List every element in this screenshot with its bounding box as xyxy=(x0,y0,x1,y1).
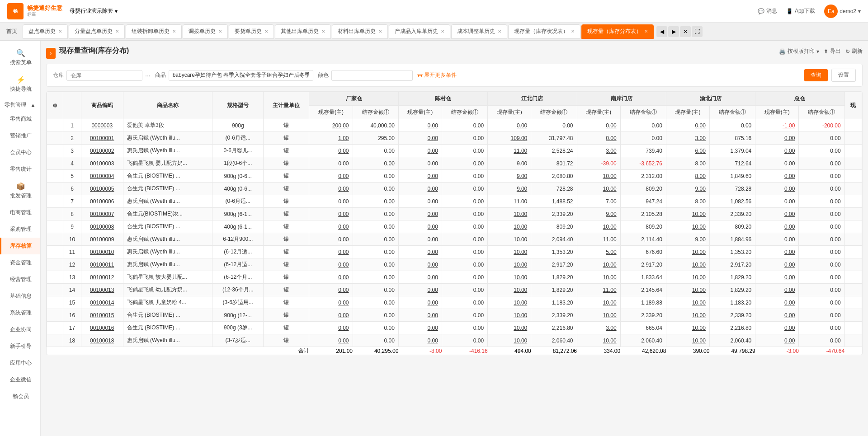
close-icon[interactable]: ✕ xyxy=(378,29,382,34)
row-cc-qty[interactable]: 0.00 xyxy=(398,195,442,208)
row-na-qty[interactable]: 10.00 xyxy=(577,271,620,284)
tab-nav-right[interactable]: ▶ xyxy=(668,26,679,37)
sidebar-item-inventory[interactable]: 库存核算 xyxy=(0,238,40,254)
row-na-qty[interactable]: 10.00 xyxy=(577,309,620,322)
query-btn[interactable]: 查询 xyxy=(804,69,828,81)
row-jb-qty[interactable]: 11.00 xyxy=(488,145,531,157)
row-zc-qty[interactable]: 0.00 xyxy=(755,170,799,183)
sidebar-item-system[interactable]: 系统管理 xyxy=(0,305,40,321)
row-cc-qty[interactable]: 0.00 xyxy=(398,145,442,157)
row-cf-qty[interactable]: 0.00 xyxy=(309,271,353,284)
row-zc-qty[interactable]: 0.00 xyxy=(755,132,799,145)
close-icon[interactable]: ✕ xyxy=(571,29,575,34)
row-cc-qty[interactable]: 0.00 xyxy=(398,132,442,145)
row-cc-qty[interactable]: 0.00 xyxy=(398,119,442,132)
row-yb-qty[interactable]: 10.00 xyxy=(666,271,709,284)
tab-yaohuo[interactable]: 要货单历史 ✕ xyxy=(229,24,274,39)
row-cc-qty[interactable]: 0.00 xyxy=(398,183,442,195)
sidebar-item-operation[interactable]: 经营管理 xyxy=(0,271,40,288)
close-icon[interactable]: ✕ xyxy=(441,29,444,34)
row-jb-qty[interactable]: 10.00 xyxy=(488,322,531,334)
expand-conditions-btn[interactable]: ▾▾ 展开更多条件 xyxy=(417,71,457,79)
row-yb-qty[interactable]: 8.00 xyxy=(666,157,709,170)
sidebar-item-marketing[interactable]: 营销推广 xyxy=(0,127,40,144)
row-cf-qty[interactable]: 0.00 xyxy=(309,258,353,271)
row-yb-qty[interactable]: 10.00 xyxy=(666,309,709,322)
row-zc-qty[interactable]: 0.00 xyxy=(755,334,799,347)
row-cc-qty[interactable]: 0.00 xyxy=(398,220,442,233)
row-jb-qty[interactable]: 10.00 xyxy=(488,208,531,220)
row-cf-qty[interactable]: 0.00 xyxy=(309,208,353,220)
export-btn[interactable]: ⬆ 导出 xyxy=(824,47,841,55)
row-code[interactable]: 00100008 xyxy=(81,220,123,233)
row-zc-qty[interactable]: 0.00 xyxy=(755,322,799,334)
tab-kucunfb[interactable]: 现存量（库存分布表） ✕ xyxy=(581,24,654,39)
row-code[interactable]: 00100016 xyxy=(81,322,123,334)
row-jb-qty[interactable]: 9.00 xyxy=(488,183,531,195)
tab-home[interactable]: 首页 xyxy=(2,28,22,35)
row-cf-qty[interactable]: 0.00 xyxy=(309,322,353,334)
breadcrumb-back-btn[interactable]: › xyxy=(46,48,56,59)
row-jb-qty[interactable]: 0.00 xyxy=(488,119,531,132)
row-zc-qty[interactable]: 0.00 xyxy=(755,271,799,284)
row-zc-qty[interactable]: 0.00 xyxy=(755,157,799,170)
tab-fenliang[interactable]: 分量盘点单历史 ✕ xyxy=(69,24,125,39)
close-icon[interactable]: ✕ xyxy=(321,29,325,34)
row-cf-qty[interactable]: 0.00 xyxy=(309,170,353,183)
row-cc-qty[interactable]: 0.00 xyxy=(398,309,442,322)
batch-print-btn[interactable]: 🖨️ 按模版打印 ▾ xyxy=(779,47,819,55)
sidebar-item-retailstat[interactable]: 零售统计 xyxy=(0,161,40,178)
row-yb-qty[interactable]: 10.00 xyxy=(666,208,709,220)
row-yb-qty[interactable]: 9.00 xyxy=(666,183,709,195)
row-yb-qty[interactable]: 9.00 xyxy=(666,233,709,246)
row-yb-qty[interactable]: 8.00 xyxy=(666,195,709,208)
row-na-qty[interactable]: 10.00 xyxy=(577,258,620,271)
row-zc-qty[interactable]: 0.00 xyxy=(755,183,799,195)
row-na-qty[interactable]: 10.00 xyxy=(577,334,620,347)
settings-col-header[interactable]: ⚙ xyxy=(47,92,63,119)
sidebar-item-finance[interactable]: 资金管理 xyxy=(0,254,40,271)
close-icon[interactable]: ✕ xyxy=(644,29,648,34)
row-cf-qty[interactable]: 0.00 xyxy=(309,220,353,233)
row-zc-qty[interactable]: 0.00 xyxy=(755,296,799,309)
row-cf-qty[interactable]: 1.00 xyxy=(309,132,353,145)
row-cc-qty[interactable]: 0.00 xyxy=(398,271,442,284)
row-zc-qty[interactable]: 0.00 xyxy=(755,195,799,208)
close-icon[interactable]: ✕ xyxy=(498,29,501,34)
row-na-qty[interactable]: 10.00 xyxy=(577,183,620,195)
row-jb-qty[interactable]: 10.00 xyxy=(488,220,531,233)
row-yb-qty[interactable]: 10.00 xyxy=(666,322,709,334)
row-cf-qty[interactable]: 0.00 xyxy=(309,233,353,246)
row-code[interactable]: 00100011 xyxy=(81,258,123,271)
sidebar-item-member2[interactable]: 畅会员 xyxy=(0,388,40,405)
user-menu[interactable]: Ea demo2 ▾ xyxy=(824,5,861,18)
row-code[interactable]: 00100018 xyxy=(81,334,123,347)
row-na-qty[interactable]: 7.00 xyxy=(577,195,620,208)
close-icon[interactable]: ✕ xyxy=(264,29,268,34)
warehouse-input[interactable] xyxy=(66,70,142,81)
tab-nav-left[interactable]: ◀ xyxy=(656,26,667,37)
row-jb-qty[interactable]: 10.00 xyxy=(488,284,531,296)
row-cf-qty[interactable]: 0.00 xyxy=(309,284,353,296)
row-zc-qty[interactable]: 0.00 xyxy=(755,233,799,246)
row-code[interactable]: 00100001 xyxy=(81,132,123,145)
row-jb-qty[interactable]: 10.00 xyxy=(488,233,531,246)
refresh-btn[interactable]: ↻ 刷新 xyxy=(845,47,863,55)
tab-diaobo[interactable]: 调拨单历史 ✕ xyxy=(183,24,228,39)
message-btn[interactable]: 💬 消息 xyxy=(758,7,777,15)
row-yb-qty[interactable]: 10.00 xyxy=(666,246,709,258)
sidebar-item-appcenter[interactable]: 应用中心 xyxy=(0,355,40,371)
row-na-qty[interactable]: 10.00 xyxy=(577,220,620,233)
row-code[interactable]: 00100004 xyxy=(81,170,123,183)
row-na-qty[interactable]: 11.00 xyxy=(577,284,620,296)
row-code[interactable]: 00100015 xyxy=(81,309,123,322)
sidebar-item-retailshop[interactable]: 零售商城 xyxy=(0,111,40,127)
row-zc-qty[interactable]: 0.00 xyxy=(755,246,799,258)
row-cc-qty[interactable]: 0.00 xyxy=(398,246,442,258)
row-cc-qty[interactable]: 0.00 xyxy=(398,157,442,170)
row-cf-qty[interactable]: 0.00 xyxy=(309,157,353,170)
row-yb-qty[interactable]: 3.00 xyxy=(666,132,709,145)
row-jb-qty[interactable]: 9.00 xyxy=(488,170,531,183)
sidebar-item-guide[interactable]: 新手引导 xyxy=(0,338,40,355)
row-cf-qty[interactable]: 0.00 xyxy=(309,246,353,258)
